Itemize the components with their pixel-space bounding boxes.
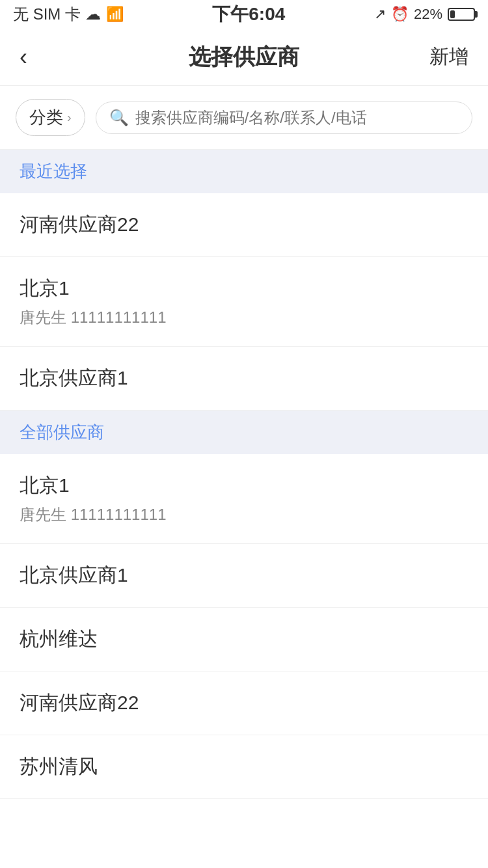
battery-percent: 22% — [414, 6, 442, 23]
recent-section-header: 最近选择 — [0, 150, 488, 193]
search-input[interactable] — [135, 109, 459, 127]
location-icon: ↗ — [374, 6, 386, 23]
sim-label: 无 SIM 卡 ☁ — [13, 4, 101, 25]
new-button[interactable]: 新增 — [429, 44, 468, 70]
search-box[interactable]: 🔍 — [96, 102, 472, 134]
list-item[interactable]: 北京供应商1 — [0, 347, 488, 411]
list-item[interactable]: 杭州维达 — [0, 608, 488, 671]
item-name: 苏州清风 — [20, 753, 468, 780]
list-item[interactable]: 河南供应商22 — [0, 193, 488, 257]
list-item[interactable]: 北京1 唐先生 11111111111 — [0, 454, 488, 544]
item-name: 杭州维达 — [20, 626, 468, 653]
chevron-right-icon: › — [67, 110, 72, 125]
item-sub: 唐先生 11111111111 — [20, 504, 468, 525]
wifi-icon: 📶 — [106, 6, 124, 23]
search-icon: 🔍 — [109, 109, 129, 127]
filter-bar: 分类 › 🔍 — [0, 86, 488, 150]
all-list: 北京1 唐先生 11111111111 北京供应商1杭州维达河南供应商22苏州清… — [0, 454, 488, 799]
status-bar: 无 SIM 卡 ☁ 📶 下午6:04 ↗ ⏰ 22% — [0, 0, 488, 29]
item-sub: 唐先生 11111111111 — [20, 307, 468, 328]
alarm-icon: ⏰ — [391, 6, 409, 23]
recent-list: 河南供应商22 北京1 唐先生 11111111111 北京供应商1 — [0, 193, 488, 411]
all-section-label: 全部供应商 — [20, 422, 104, 442]
list-item[interactable]: 北京供应商1 — [0, 544, 488, 608]
page-title: 选择供应商 — [189, 42, 299, 72]
category-label: 分类 — [29, 106, 63, 129]
list-item[interactable]: 苏州清风 — [0, 735, 488, 799]
nav-bar: ‹ 选择供应商 新增 — [0, 29, 488, 86]
status-left: 无 SIM 卡 ☁ 📶 — [13, 4, 124, 25]
battery-icon — [448, 8, 475, 21]
item-name: 北京1 — [20, 275, 468, 302]
item-name: 北京供应商1 — [20, 562, 468, 589]
recent-section-label: 最近选择 — [20, 161, 87, 181]
category-button[interactable]: 分类 › — [16, 99, 85, 136]
status-right: ↗ ⏰ 22% — [374, 6, 475, 23]
list-item[interactable]: 河南供应商22 — [0, 671, 488, 735]
status-time: 下午6:04 — [212, 2, 285, 27]
list-item[interactable]: 北京1 唐先生 11111111111 — [0, 257, 488, 347]
item-name: 河南供应商22 — [20, 690, 468, 716]
item-name: 河南供应商22 — [20, 211, 468, 238]
item-name: 北京1 — [20, 472, 468, 499]
item-name: 北京供应商1 — [20, 365, 468, 392]
back-button[interactable]: ‹ — [20, 44, 59, 71]
all-section-header: 全部供应商 — [0, 411, 488, 454]
